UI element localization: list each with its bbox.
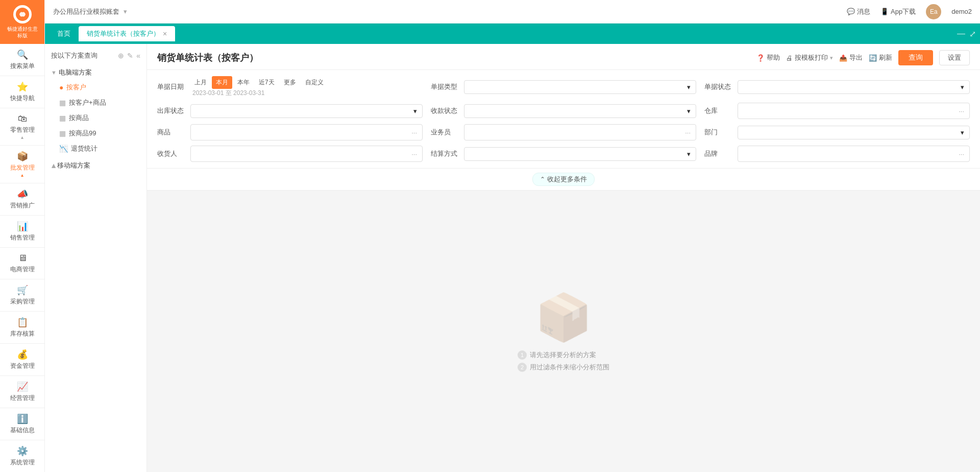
message-icon: 💬 <box>847 8 855 15</box>
message-nav[interactable]: 💬 消息 <box>847 7 870 16</box>
warehouse-filter: 仓库 ··· <box>704 103 970 119</box>
sidebar-item-management[interactable]: 📈 经营管理 <box>0 376 44 408</box>
goods99-scheme-icon: ▦ <box>59 129 66 137</box>
sidebar-item-inventory[interactable]: 📋 库存核算 <box>0 312 44 344</box>
page-content: 按以下方案查询 ⊕ ✎ « ▼ 电脑端方案 ● 按客户 ▦ 按客 <box>45 44 980 472</box>
sidebar-item-purchase[interactable]: 🛒 采购管理 <box>0 279 44 312</box>
scheme-by-goods99[interactable]: ▦ 按商品99 <box>45 126 146 141</box>
empty-illustration: 📦 <box>535 291 592 344</box>
collapse-button[interactable]: ⌃ 收起更多条件 <box>532 173 595 186</box>
sidebar-item-basicinfo[interactable]: ℹ️ 基础信息 <box>0 408 44 440</box>
tab-home[interactable]: 首页 <box>49 26 79 41</box>
warehouse-input[interactable]: ··· <box>738 103 970 119</box>
settlement-arrow: ▾ <box>687 150 691 158</box>
salesperson-input[interactable]: ··· <box>464 124 696 140</box>
settings-button[interactable]: 设置 <box>939 50 970 65</box>
filter-row-3: 商品 ··· 业务员 ··· <box>157 124 970 140</box>
brand-input[interactable]: ··· <box>738 146 970 162</box>
date-label: 单据日期 <box>157 82 190 91</box>
mobile-group-header[interactable]: ▶ 移动端方案 <box>45 158 146 173</box>
active-tab-label: 销货单统计表（按客户） <box>87 29 160 38</box>
date-tab-this-year[interactable]: 本年 <box>233 76 254 89</box>
return-scheme-icon: 📉 <box>59 145 68 153</box>
date-tab-7days[interactable]: 近7天 <box>255 76 279 89</box>
add-scheme-icon[interactable]: ⊕ <box>118 52 124 60</box>
sidebar-item-search[interactable]: 🔍 搜索菜单 <box>0 44 44 76</box>
app-download-nav[interactable]: 📱 App下载 <box>880 7 916 16</box>
paystatus-select[interactable]: ▾ <box>464 104 696 118</box>
filter-area: 单据日期 上月 本月 本年 近7天 更多 自定义 <box>147 70 980 169</box>
sidebar-item-quicknav[interactable]: ⭐ 快捷导航 <box>0 76 44 108</box>
right-main: 销货单统计表（按客户） ❓ 帮助 🖨 按模板打印 ▾ 📤 导出 <box>147 44 980 472</box>
breadcrumb-text: 办公用品行业模拟账套 <box>53 7 119 16</box>
brand-control: ··· <box>738 146 970 162</box>
mobile-group-label: 移动端方案 <box>57 161 90 170</box>
ecommerce-icon: 🖥 <box>18 253 27 264</box>
settlement-filter: 结算方式 ▾ <box>431 146 696 162</box>
panel-actions: ⊕ ✎ « <box>118 52 140 60</box>
tab-expand-icon[interactable]: ⤢ <box>969 29 976 39</box>
scheme-return-stats[interactable]: 📉 退货统计 <box>45 141 146 156</box>
goods-input[interactable]: ··· <box>190 124 423 140</box>
sidebar-item-ecommerce[interactable]: 🖥 电商管理 <box>0 248 44 279</box>
date-tab-more[interactable]: 更多 <box>280 76 300 89</box>
desktop-group-header[interactable]: ▼ 电脑端方案 <box>45 65 146 80</box>
date-tab-last-month[interactable]: 上月 <box>190 76 211 89</box>
receiver-input[interactable]: ··· <box>190 146 423 162</box>
edit-scheme-icon[interactable]: ✎ <box>127 52 133 60</box>
goods-label: 商品 <box>157 128 190 137</box>
tab-bar-actions: — ⤢ <box>957 29 976 39</box>
dept-arrow: ▾ <box>961 129 964 136</box>
export-btn[interactable]: 📤 导出 <box>839 53 863 62</box>
dept-label: 部门 <box>704 128 738 137</box>
docstatus-select[interactable]: ▾ <box>738 80 970 94</box>
date-range-text: 2023-03-01 至 2023-03-31 <box>192 89 423 98</box>
doctype-select[interactable]: ▾ <box>464 80 696 94</box>
settlement-select[interactable]: ▾ <box>464 147 696 161</box>
date-tab-this-month[interactable]: 本月 <box>212 76 232 89</box>
outstatus-select[interactable]: ▾ <box>190 104 423 118</box>
salesperson-control: ··· <box>464 124 696 140</box>
user-avatar[interactable]: Ea <box>926 4 941 19</box>
customer-goods-scheme-icon: ▦ <box>59 99 66 107</box>
scheme-by-customer[interactable]: ● 按客户 <box>45 80 146 95</box>
sidebar-item-retail[interactable]: 🛍 零售管理 ▴ <box>0 108 44 146</box>
paystatus-control: ▾ <box>464 104 696 118</box>
sidebar-item-marketing[interactable]: 📣 营销推广 <box>0 183 44 216</box>
date-tab-custom[interactable]: 自定义 <box>301 76 328 89</box>
app-logo[interactable]: 畅捷通好生意 标版 <box>0 0 44 44</box>
tab-sales-report[interactable]: 销货单统计表（按客户） × <box>79 26 175 41</box>
refresh-btn[interactable]: 🔄 刷新 <box>869 53 892 62</box>
sidebar-item-system[interactable]: ⚙️ 系统管理 <box>0 440 44 472</box>
brand-filter: 品牌 ··· <box>704 146 970 162</box>
sidebar-item-wholesale[interactable]: 📦 批发管理 ▴ <box>0 146 44 183</box>
date-tab-group: 上月 本月 本年 近7天 更多 自定义 <box>190 76 423 89</box>
empty-hints: 1 请先选择要分析的方案 2 用过滤条件来缩小分析范围 <box>518 350 609 372</box>
filter-row-1: 单据日期 上月 本月 本年 近7天 更多 自定义 <box>157 76 970 98</box>
goods-control: ··· <box>190 124 423 140</box>
customer-scheme-icon: ● <box>59 83 63 91</box>
filter-row-2: 出库状态 ▾ 收款状态 ▾ <box>157 103 970 119</box>
print-btn[interactable]: 🖨 按模板打印 ▾ <box>786 53 833 62</box>
scheme-by-customer-goods[interactable]: ▦ 按客户+商品 <box>45 95 146 110</box>
outstatus-label: 出库状态 <box>157 106 190 115</box>
logo-sub: 标版 <box>17 32 28 39</box>
receiver-control: ··· <box>190 146 423 162</box>
help-btn[interactable]: ❓ 帮助 <box>756 53 780 62</box>
scheme-by-goods[interactable]: ▦ 按商品 <box>45 110 146 126</box>
doctype-label: 单据类型 <box>431 82 464 91</box>
salesperson-dots: ··· <box>685 129 691 136</box>
query-button[interactable]: 查询 <box>898 50 933 65</box>
dept-select[interactable]: ▾ <box>738 126 970 139</box>
paystatus-arrow: ▾ <box>687 107 691 115</box>
dept-control: ▾ <box>738 126 970 139</box>
title-actions: ❓ 帮助 🖨 按模板打印 ▾ 📤 导出 🔄 刷新 <box>756 50 970 65</box>
collapse-scheme-icon[interactable]: « <box>136 52 140 60</box>
sidebar-item-sales[interactable]: 📊 销售管理 <box>0 216 44 248</box>
finance-icon: 💰 <box>17 349 28 360</box>
sidebar-item-finance[interactable]: 💰 资金管理 <box>0 344 44 376</box>
docstatus-arrow: ▾ <box>961 83 964 91</box>
tab-minimize-icon[interactable]: — <box>957 29 965 38</box>
tab-close-icon[interactable]: × <box>163 30 167 37</box>
outstatus-filter: 出库状态 ▾ <box>157 103 423 119</box>
